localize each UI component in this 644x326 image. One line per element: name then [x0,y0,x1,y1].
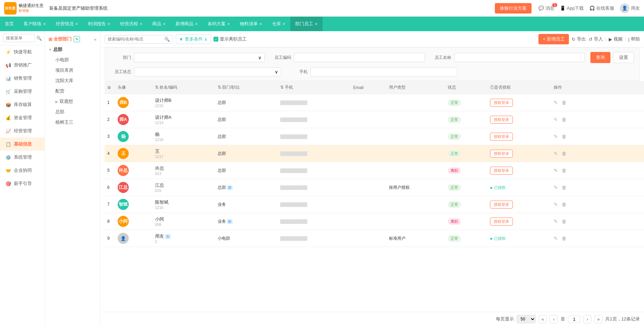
show-resigned-checkbox[interactable]: ✓ [214,37,218,42]
sidebar-item-sales[interactable]: 📊 销售管理 [0,72,45,85]
prev-page-btn[interactable]: ‹ [550,315,558,323]
search-input[interactable] [108,37,163,42]
add-employee-btn[interactable]: + 新增员工 [538,34,569,44]
app-download-btn[interactable]: 📱 App下载 [560,5,584,11]
sidebar-item-basic[interactable]: 📋 基础信息 [0,138,45,151]
dept-edit-btn[interactable]: ✎ [74,36,80,42]
sidebar-item-guide[interactable]: 🎯 新手引导 [0,177,45,190]
col-phone[interactable]: ⇅ 手机 [278,81,351,94]
reset-btn[interactable]: 设置 [613,52,634,63]
delete-action[interactable]: 🗑 [562,151,566,156]
dept-item-distribution[interactable]: 配货 [45,86,100,96]
filter-empname-input[interactable] [454,53,585,62]
sidebar-item-system[interactable]: ⚙️ 系统管理 [0,151,45,164]
more-conditions-btn[interactable]: ▼ 更多条件 ∧ [176,34,211,44]
nav-item-operation[interactable]: 经营情况✕ [51,17,83,31]
sidebar-item-finance[interactable]: 💰 资金管理 [0,111,45,124]
nav-close-goods[interactable]: ✕ [163,22,166,26]
delete-action[interactable]: 🗑 [562,219,566,224]
nav-item-addgoods[interactable]: 新增商品✕ [171,17,203,31]
dept-item-general[interactable]: ▼ 总部 [45,44,100,55]
last-page-btn[interactable]: » [594,315,602,323]
nav-item-bom[interactable]: 物料清单✕ [235,17,267,31]
delete-action[interactable]: 🗑 [562,168,566,173]
sidebar-item-purchase[interactable]: 🛒 采购管理 [0,85,45,98]
sidebar-item-marketing[interactable]: 📢 营销推广 [0,59,45,72]
nav-close-bom[interactable]: ✕ [259,22,262,26]
auth-btn[interactable]: 授权登录 [490,201,513,209]
edit-action[interactable]: ✎ [554,117,558,122]
sidebar-item-quicknav[interactable]: ⚡ 快捷导航 [0,45,45,59]
sidebar-item-inventory[interactable]: 📦 库存核算 [0,98,45,111]
message-btn[interactable]: 💬 消息 5 [538,5,554,11]
delete-action[interactable]: 🗑 [562,236,566,241]
col-name[interactable]: ⇅ 姓名/编码 [152,81,215,94]
filter-empcode-input[interactable] [294,53,425,62]
edit-action[interactable]: ✎ [554,100,558,105]
nav-item-home[interactable]: 首页 [0,17,19,31]
auth-btn[interactable]: 授权登录 [490,218,513,226]
dept-item-double-deer[interactable]: ▶ 双鹿想 [45,96,100,107]
nav-close-profit[interactable]: ✕ [107,22,110,26]
delete-action[interactable]: 🗑 [562,134,566,139]
sidebar-search-input[interactable] [3,34,35,42]
nav-item-dept[interactable]: 部门员工✕ [290,17,323,31]
nav-item-history[interactable]: 经营历程✕ [115,17,147,31]
next-page-btn[interactable]: › [583,315,591,323]
edit-action[interactable]: ✎ [554,168,558,173]
first-page-btn[interactable]: « [538,315,547,323]
page-input[interactable] [568,316,580,323]
dept-item-shenyang[interactable]: 沈阳大库 [45,76,100,86]
filter-phone-input[interactable] [310,68,458,77]
filter-status-select[interactable]: ∨ [134,67,281,77]
edit-action[interactable]: ✎ [554,219,558,224]
edit-action[interactable]: ✎ [554,185,558,190]
query-btn[interactable]: 查询 [590,52,610,63]
edit-action[interactable]: ✎ [554,202,558,207]
nav-item-customer[interactable]: 客户联络✕ [19,17,51,31]
dept-item-small-electric[interactable]: 小电部 [45,55,100,65]
guide-icon: 🎯 [6,181,11,186]
col-dept[interactable]: ⇅ 部门/职位 [215,81,278,94]
nav-close-barcode[interactable]: ✕ [227,22,230,26]
dept-item-project-warehouse[interactable]: 项目库房 [45,65,100,76]
dept-item-plant[interactable]: 植树王三 [45,117,100,127]
delete-action[interactable]: 🗑 [562,202,566,207]
edit-action[interactable]: ✎ [554,236,558,241]
user-area[interactable]: 👤 用友 [620,3,640,13]
nav-item-goods[interactable]: 商品✕ [147,17,171,31]
nav-item-warehouse[interactable]: 仓库✕ [267,17,290,31]
nav-item-profit[interactable]: 利润报告✕ [83,17,115,31]
export-btn[interactable]: ↻ 导出 [572,36,586,42]
delete-action[interactable]: 🗑 [562,100,566,105]
online-service-btn[interactable]: 🎧 在线客服 [589,5,614,11]
filter-dept-select[interactable]: ∨ [134,53,265,62]
view-btn[interactable]: ▶ 视频 [609,36,623,42]
col-settings[interactable]: ⚙ [105,81,115,94]
auth-btn[interactable]: 授权登录 [490,133,513,141]
auth-btn[interactable]: 授权登录 [490,150,513,158]
edit-action[interactable]: ✎ [554,151,558,156]
auth-btn[interactable]: 授权登录 [490,167,513,175]
auth-btn[interactable]: 授权登录 [490,99,513,107]
nav-close-history[interactable]: ✕ [139,22,143,26]
sidebar-item-business[interactable]: 📈 经营管理 [0,124,45,138]
edit-action[interactable]: ✎ [554,134,558,139]
delete-action[interactable]: 🗑 [562,185,566,190]
help-btn[interactable]: | 帮助 [628,36,640,42]
nav-close-dept[interactable]: ✕ [315,22,318,26]
dept-item-hq[interactable]: 总部 [45,107,100,117]
experience-btn[interactable]: 体验行业方案 [495,3,532,14]
nav-item-barcode[interactable]: 条码方案✕ [203,17,235,31]
import-btn[interactable]: ↺ 导入 [589,36,603,42]
nav-close-operation[interactable]: ✕ [75,22,78,26]
auth-btn[interactable]: 授权登录 [490,116,513,124]
nav-close-customer[interactable]: ✕ [43,22,46,26]
sidebar-item-collab[interactable]: 🤝 企业协同 [0,164,45,177]
col-avatar: 头像 [115,81,152,94]
delete-action[interactable]: 🗑 [562,117,566,122]
dept-collapse-btn[interactable]: « [94,37,97,42]
nav-close-warehouse[interactable]: ✕ [282,22,285,26]
page-size-select[interactable]: 50 100 [517,315,536,323]
nav-close-addgoods[interactable]: ✕ [195,22,198,26]
